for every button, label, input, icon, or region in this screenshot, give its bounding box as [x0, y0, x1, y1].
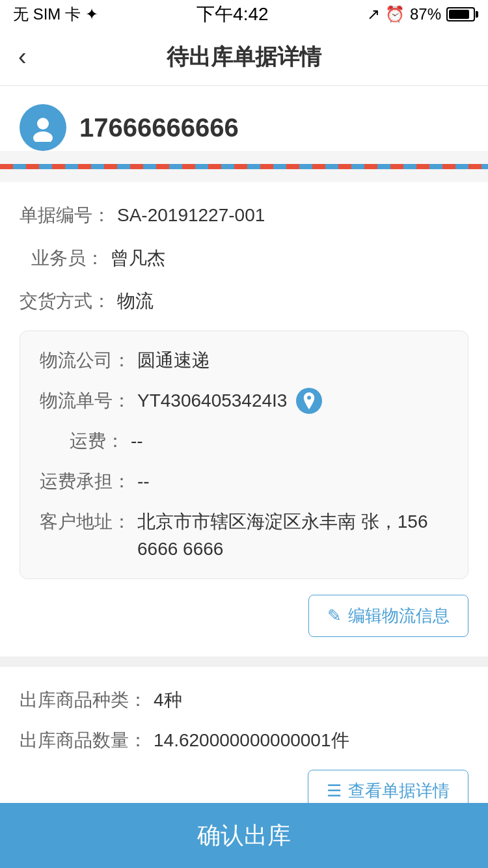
edit-button-row: ✎ 编辑物流信息: [20, 595, 468, 637]
goods-type-row: 出库商品种类： 4种: [20, 686, 468, 714]
sim-status: 无 SIM 卡 ✦: [13, 4, 98, 25]
status-time: 下午4:42: [197, 2, 269, 27]
user-phone: 17666666666: [79, 113, 239, 142]
goods-quantity-row: 出库商品数量： 14.620000000000001件: [20, 727, 468, 754]
freight-bear-row: 运费承担： --: [40, 468, 448, 495]
list-icon: ☰: [327, 781, 342, 801]
svg-point-0: [37, 118, 49, 129]
tracking-location-button[interactable]: [296, 388, 322, 414]
doc-number-value: SA-20191227-001: [117, 202, 468, 229]
freight-label: 运费：: [40, 427, 131, 455]
staff-row: 业务员： 曾凡杰: [20, 245, 468, 272]
logistics-company-label: 物流公司：: [40, 347, 137, 374]
logistics-company-row: 物流公司： 圆通速递: [40, 347, 448, 374]
user-section: 17666666666: [0, 86, 488, 151]
delivery-label: 交货方式：: [20, 288, 117, 315]
view-button-label: 查看单据详情: [348, 780, 450, 802]
freight-row: 运费： --: [40, 427, 448, 455]
page-title: 待出库单据详情: [167, 42, 321, 72]
logistics-company-value: 圆通速递: [137, 347, 448, 374]
status-bar: 无 SIM 卡 ✦ 下午4:42 ↗ ⏰ 87%: [0, 0, 488, 29]
doc-number-row: 单据编号： SA-20191227-001: [20, 202, 468, 229]
dashed-divider: [0, 164, 488, 169]
goods-type-value: 4种: [154, 686, 468, 714]
goods-type-label: 出库商品种类：: [20, 686, 154, 714]
battery-icon: [446, 7, 475, 21]
address-value: 北京市市辖区海淀区永丰南 张，156 6666 6666: [137, 508, 448, 563]
logistics-tracking-row: 物流单号： YT43064053424I3: [40, 387, 448, 414]
document-info-section: 单据编号： SA-20191227-001 业务员： 曾凡杰 交货方式： 物流 …: [0, 182, 488, 657]
freight-bear-value: --: [137, 468, 448, 495]
goods-quantity-value: 14.620000000000001件: [154, 727, 468, 754]
delivery-value: 物流: [117, 288, 468, 315]
status-right: ↗ ⏰ 87%: [367, 5, 475, 23]
back-button[interactable]: ‹: [18, 43, 27, 71]
svg-point-1: [33, 131, 53, 142]
alarm-icon: ⏰: [385, 5, 405, 23]
staff-label: 业务员：: [20, 245, 111, 272]
confirm-button-label: 确认出库: [197, 820, 291, 852]
avatar: [20, 104, 66, 151]
delivery-row: 交货方式： 物流: [20, 288, 468, 315]
section-divider: [0, 657, 488, 667]
goods-quantity-label: 出库商品数量：: [20, 727, 154, 754]
logistics-tracking-label: 物流单号：: [40, 387, 137, 414]
staff-value: 曾凡杰: [111, 245, 468, 272]
edit-logistics-button[interactable]: ✎ 编辑物流信息: [308, 595, 468, 637]
nav-bar: ‹ 待出库单据详情: [0, 29, 488, 86]
battery-percent: 87%: [410, 5, 441, 23]
address-label: 客户地址：: [40, 508, 137, 536]
edit-icon: ✎: [327, 606, 342, 626]
status-left: 无 SIM 卡 ✦: [13, 4, 98, 25]
logistics-tracking-value-container: YT43064053424I3: [137, 387, 448, 414]
address-row: 客户地址： 北京市市辖区海淀区永丰南 张，156 6666 6666: [40, 508, 448, 563]
doc-number-label: 单据编号：: [20, 202, 117, 229]
logistics-tracking-value: YT43064053424I3: [137, 387, 287, 414]
logistics-card: 物流公司： 圆通速递 物流单号： YT43064053424I3 运费： -- …: [20, 331, 468, 579]
freight-value: --: [131, 427, 448, 455]
freight-bear-label: 运费承担：: [40, 468, 137, 495]
confirm-bottom-bar[interactable]: 确认出库: [0, 803, 488, 868]
edit-button-label: 编辑物流信息: [348, 604, 450, 627]
location-status-icon: ↗: [367, 5, 380, 23]
